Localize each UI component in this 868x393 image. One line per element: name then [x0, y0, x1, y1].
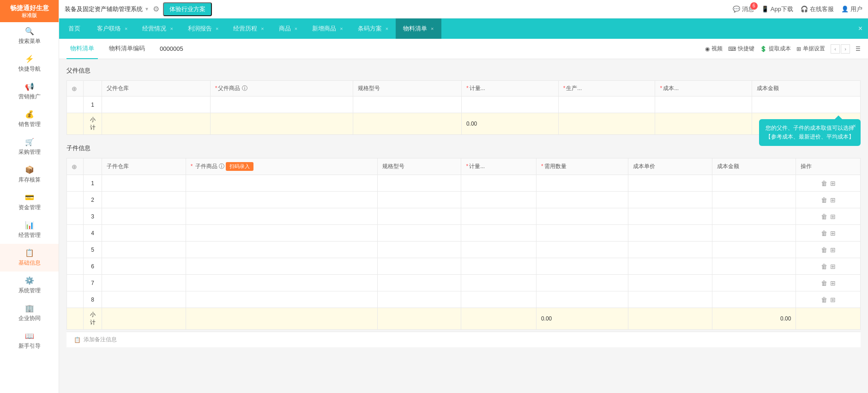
child-row-unit[interactable]	[461, 192, 536, 208]
child-row-spec[interactable]	[377, 258, 461, 275]
tab-bom-close[interactable]: ×	[431, 26, 434, 31]
child-row-unit-cost[interactable]	[628, 208, 712, 225]
delete-row-icon[interactable]: 🗑	[821, 180, 827, 187]
parent-row-spec[interactable]	[353, 97, 462, 113]
tab-bom[interactable]: 物料清单 ×	[396, 18, 441, 39]
parent-row-unit[interactable]	[461, 97, 558, 113]
delete-row-icon[interactable]: 🗑	[821, 230, 827, 237]
child-row-qty[interactable]	[536, 175, 628, 192]
copy-row-icon[interactable]: ⊞	[830, 213, 836, 220]
delete-row-icon[interactable]: 🗑	[821, 196, 827, 204]
child-row-spec[interactable]	[377, 192, 461, 208]
child-row-spec[interactable]	[377, 275, 461, 291]
system-dropdown[interactable]: 装备及固定资产辅助管理系统 ▼	[65, 5, 149, 13]
copy-row-icon[interactable]: ⊞	[830, 296, 836, 303]
child-row-warehouse[interactable]	[102, 291, 186, 308]
scan-button[interactable]: 扫码录入	[226, 162, 253, 171]
delete-row-icon[interactable]: 🗑	[821, 263, 827, 270]
child-row-spec[interactable]	[377, 225, 461, 242]
child-row-spec[interactable]	[377, 208, 461, 225]
child-row-warehouse[interactable]	[102, 258, 186, 275]
online-service-button[interactable]: 🎧 在线客服	[801, 5, 834, 13]
child-row-qty[interactable]	[536, 242, 628, 258]
parent-row-produce[interactable]	[558, 97, 655, 113]
tab-profit[interactable]: 利润报告 ×	[181, 18, 226, 39]
sidebar-item-basic-info[interactable]: 📋 基础信息	[0, 244, 59, 272]
shortcut-button[interactable]: ⌨ 快捷键	[728, 45, 754, 53]
sidebar-item-guide[interactable]: 📖 新手引导	[0, 327, 59, 355]
child-row-qty[interactable]	[536, 258, 628, 275]
tab-profit-close[interactable]: ×	[216, 26, 218, 31]
parent-row-goods[interactable]	[210, 97, 353, 113]
child-row-unit-cost[interactable]	[628, 258, 712, 275]
child-row-unit-cost[interactable]	[628, 175, 712, 192]
sidebar-item-capital[interactable]: 💳 资金管理	[0, 188, 59, 216]
sub-tab-bom-code[interactable]: 物料清单编码	[105, 39, 149, 59]
copy-row-icon[interactable]: ⊞	[830, 196, 836, 204]
tab-biz-history[interactable]: 经营历程 ×	[226, 18, 271, 39]
message-button[interactable]: 💬 消息 6	[733, 5, 754, 13]
child-row-unit[interactable]	[461, 175, 536, 192]
tab-operations-status[interactable]: 经营情况 ×	[135, 18, 180, 39]
child-row-qty[interactable]	[536, 192, 628, 208]
child-row-unit[interactable]	[461, 225, 536, 242]
tooltip-close-button[interactable]: ×	[853, 122, 856, 131]
tab-goods[interactable]: 商品 ×	[271, 18, 305, 39]
child-row-goods[interactable]	[186, 258, 377, 275]
extract-cost-button[interactable]: 💲 提取成本	[760, 45, 791, 53]
sidebar-item-purchase[interactable]: 🛒 采购管理	[0, 133, 59, 161]
child-row-warehouse[interactable]	[102, 208, 186, 225]
child-row-warehouse[interactable]	[102, 275, 186, 291]
tab-biz-close[interactable]: ×	[261, 26, 264, 31]
child-row-qty[interactable]	[536, 291, 628, 308]
child-row-unit[interactable]	[461, 208, 536, 225]
copy-row-icon[interactable]: ⊞	[830, 279, 836, 287]
delete-row-icon[interactable]: 🗑	[821, 296, 827, 303]
view-button[interactable]: ◉ 视频	[705, 45, 723, 53]
sidebar-item-operations[interactable]: 📊 经营管理	[0, 216, 59, 244]
tab-barcode[interactable]: 条码方案 ×	[350, 18, 396, 39]
child-row-spec[interactable]	[377, 291, 461, 308]
copy-row-icon[interactable]: ⊞	[830, 180, 836, 187]
user-button[interactable]: 👤 用户	[841, 5, 862, 13]
gear-settings-icon[interactable]: ⚙	[153, 5, 159, 13]
child-row-goods[interactable]	[186, 225, 377, 242]
child-row-goods[interactable]	[186, 275, 377, 291]
parent-row-warehouse[interactable]	[102, 97, 211, 113]
child-row-warehouse[interactable]	[102, 242, 186, 258]
child-row-goods[interactable]	[186, 208, 377, 225]
trial-button[interactable]: 体验行业方案	[163, 2, 212, 16]
child-row-unit-cost[interactable]	[628, 242, 712, 258]
child-row-unit-cost[interactable]	[628, 291, 712, 308]
tab-ops-close[interactable]: ×	[170, 26, 173, 31]
sidebar-item-system[interactable]: ⚙️ 系统管理	[0, 272, 59, 299]
child-row-unit[interactable]	[461, 291, 536, 308]
sidebar-item-inventory[interactable]: 📦 库存核算	[0, 161, 59, 188]
child-row-goods[interactable]	[186, 192, 377, 208]
single-setting-button[interactable]: ⊞ 单据设置	[796, 45, 825, 53]
copy-row-icon[interactable]: ⊞	[830, 246, 836, 254]
tab-barcode-close[interactable]: ×	[386, 26, 388, 31]
prev-record-button[interactable]: ‹	[831, 44, 840, 54]
child-row-qty[interactable]	[536, 225, 628, 242]
child-row-spec[interactable]	[377, 175, 461, 192]
child-row-unit-cost[interactable]	[628, 192, 712, 208]
tab-new-goods[interactable]: 新增商品 ×	[305, 18, 350, 39]
child-settings-icon[interactable]: ⊕	[72, 163, 77, 170]
child-row-unit[interactable]	[461, 258, 536, 275]
app-download-button[interactable]: 📱 App下载	[761, 5, 793, 13]
next-record-button[interactable]: ›	[841, 44, 850, 54]
sidebar-item-enterprise[interactable]: 🏢 企业协同	[0, 299, 59, 327]
child-row-warehouse[interactable]	[102, 192, 186, 208]
child-row-goods[interactable]	[186, 291, 377, 308]
sidebar-item-search[interactable]: 🔍 搜索菜单	[0, 22, 59, 50]
list-view-button[interactable]: ☰	[856, 46, 861, 52]
child-row-unit[interactable]	[461, 242, 536, 258]
child-row-unit-cost[interactable]	[628, 275, 712, 291]
tab-home[interactable]: 首页	[59, 18, 90, 39]
child-row-spec[interactable]	[377, 242, 461, 258]
child-row-warehouse[interactable]	[102, 225, 186, 242]
copy-row-icon[interactable]: ⊞	[830, 230, 836, 237]
child-row-qty[interactable]	[536, 208, 628, 225]
sidebar-item-marketing[interactable]: 📢 营销推广	[0, 78, 59, 105]
